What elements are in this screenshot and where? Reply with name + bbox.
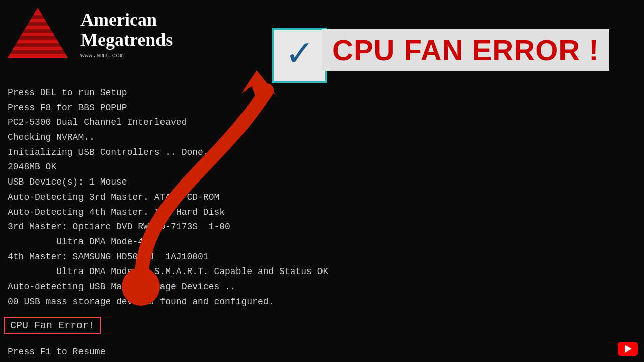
cpu-fan-error-label: CPU FAN ERROR ! <box>322 29 609 71</box>
ami-header: American Megatrends www.ami.com <box>5 5 173 60</box>
svg-rect-8 <box>8 50 68 54</box>
svg-rect-6 <box>8 36 68 40</box>
cpu-fan-error-title: CPU FAN ERROR ! <box>332 34 599 66</box>
svg-rect-4 <box>8 22 68 26</box>
svg-rect-7 <box>8 43 68 47</box>
ami-company-name: American Megatrends <box>80 10 173 50</box>
press-f1-text: Press F1 to Resume <box>8 347 105 357</box>
ami-text-block: American Megatrends www.ami.com <box>80 10 173 59</box>
bios-screen: American Megatrends www.ami.com Press DE… <box>0 0 644 362</box>
cpu-fan-error-bios-box: CPU Fan Error! <box>4 317 101 334</box>
svg-rect-3 <box>8 15 68 19</box>
youtube-icon <box>618 342 638 356</box>
checkmark-icon: ✓ <box>287 35 311 75</box>
svg-rect-5 <box>8 29 68 33</box>
bios-post-text: Press DEL to run Setup Press F8 for BBS … <box>8 85 328 309</box>
checkbox-overlay: ✓ <box>272 28 327 83</box>
youtube-play-icon <box>625 345 632 353</box>
ami-url: www.ami.com <box>80 52 173 59</box>
ami-logo-icon <box>5 5 70 60</box>
